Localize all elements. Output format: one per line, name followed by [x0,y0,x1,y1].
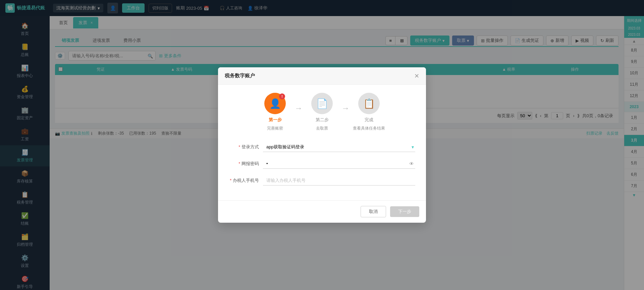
phone-label: 办税人手机号 [229,177,259,184]
login-method-control: app获取验证码登录 账号密码登录 ▾ [263,142,415,152]
step-arrow-2: → [341,103,350,113]
cancel-button[interactable]: 取消 [361,206,386,217]
step1-desc: 完善账密 [267,126,283,131]
step1-label: 第一步 [269,117,282,123]
step3-icon: 📋 [358,93,380,114]
form-row-phone: 办税人手机号 [229,175,415,186]
step3-label: 完成 [365,117,373,123]
next-button[interactable]: 下一步 [390,206,419,217]
form-row-password: 网报密码 👁 [229,159,415,169]
step-2: 📄 第二步 去取票 [305,93,339,131]
eye-icon[interactable]: 👁 [409,161,414,166]
modal-overlay: 税务数字账户 ✕ 👤 ! 第一步 完善账密 → [0,0,644,290]
step1-badge: ! [279,93,285,99]
modal-body: 👤 ! 第一步 完善账密 → 📄 第二步 去取票 → [218,85,426,200]
steps-indicator: 👤 ! 第一步 完善账密 → 📄 第二步 去取票 → [229,93,415,131]
step2-desc: 去取票 [316,126,328,131]
login-method-select[interactable]: app获取验证码登录 账号密码登录 [263,142,415,152]
modal-header: 税务数字账户 ✕ [218,67,426,85]
modal-form: 登录方式 app获取验证码登录 账号密码登录 ▾ 网报密码 👁 [229,142,415,186]
step3-desc: 查看具体任务结果 [353,126,385,131]
step2-icon: 📄 [311,93,333,114]
step1-icon: 👤 ! [264,93,286,114]
password-input[interactable] [263,159,415,169]
phone-control [263,175,415,186]
tax-digital-modal: 税务数字账户 ✕ 👤 ! 第一步 完善账密 → [218,67,426,223]
form-row-login-method: 登录方式 app获取验证码登录 账号密码登录 ▾ [229,142,415,152]
phone-input[interactable] [263,175,415,186]
step-1: 👤 ! 第一步 完善账密 [258,93,292,131]
modal-close-button[interactable]: ✕ [414,73,419,79]
password-label: 网报密码 [229,161,259,167]
step2-label: 第二步 [316,117,329,123]
modal-footer: 取消 下一步 [218,200,426,223]
step-3: 📋 完成 查看具体任务结果 [352,93,386,131]
password-control: 👁 [263,159,415,169]
login-method-label: 登录方式 [229,144,259,150]
step-arrow-1: → [294,103,303,113]
modal-title: 税务数字账户 [225,73,255,79]
